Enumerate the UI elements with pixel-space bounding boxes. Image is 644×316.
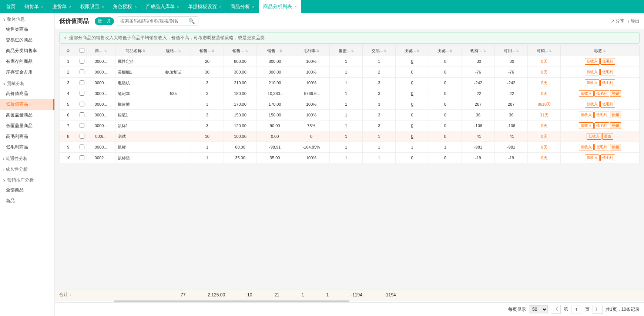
sidebar-item-low-coverage[interactable]: 低覆盖量商品 [0, 120, 54, 131]
sidebar-item-high-coverage[interactable]: 高覆盖量商品 [0, 110, 54, 120]
row-checkbox-cell[interactable] [77, 99, 87, 110]
close-icon[interactable]: × [41, 4, 43, 9]
per-page-select[interactable]: 50 100 200 [529, 305, 548, 313]
row-checkbox-cell[interactable] [77, 110, 87, 120]
col-gear[interactable]: ⚙ [60, 45, 77, 56]
col-tags[interactable]: 标签⇅ [561, 45, 640, 56]
close-icon[interactable]: × [69, 4, 71, 9]
row-view1[interactable]: 0 [396, 67, 429, 78]
row-view1[interactable]: 0 [396, 110, 429, 120]
close-icon[interactable]: × [294, 4, 296, 9]
row-checkbox[interactable] [80, 59, 84, 64]
nav-role-auth[interactable]: 角色授权 × [108, 0, 141, 13]
row-view1[interactable]: 0 [396, 120, 429, 131]
row-checkbox-cell[interactable] [77, 131, 87, 142]
sidebar-item-traded-products[interactable]: 交易过的商品 [0, 35, 54, 45]
row-view1[interactable]: 1 [396, 142, 429, 153]
sidebar-group-marketing-title[interactable]: ∨ 营销推广分析 [0, 174, 54, 185]
row-checkbox[interactable] [80, 155, 84, 160]
row-checkbox[interactable] [80, 123, 84, 128]
row-checkbox-cell[interactable] [77, 67, 87, 78]
col-available[interactable]: 可用...⇅ [495, 45, 528, 56]
col-saleable[interactable]: 可销...⇅ [528, 45, 561, 56]
close-icon[interactable]: × [177, 4, 179, 9]
view1-link[interactable]: 0 [411, 113, 413, 117]
sidebar-item-stocked-products[interactable]: 有库存的商品 [0, 56, 54, 67]
col-transaction[interactable]: 交易...⇅ [363, 45, 396, 56]
select-all-checkbox[interactable] [80, 48, 84, 53]
row-view1[interactable]: 0 [396, 153, 429, 163]
row-checkbox[interactable] [80, 80, 84, 85]
col-current[interactable]: 现有...⇅ [462, 45, 494, 56]
nav-product-analysis[interactable]: 商品分析 × [226, 0, 259, 13]
sidebar-item-high-value[interactable]: 高价值商品 [0, 88, 54, 99]
sidebar-item-low-value[interactable]: 低价值商品 [0, 99, 54, 110]
row-view1[interactable]: 0 [396, 99, 429, 110]
view1-link[interactable]: 0 [411, 156, 413, 160]
row-checkbox[interactable] [80, 91, 84, 96]
row-checkbox-cell[interactable] [77, 56, 87, 67]
view1-link[interactable]: 0 [411, 70, 413, 74]
col-sale-amount[interactable]: 销售...⇅ [224, 45, 256, 56]
col-name[interactable]: 商品名称⇅ [115, 45, 156, 56]
nav-home[interactable]: 首页 [1, 0, 20, 13]
col-view1[interactable]: 浏览...⇅ [396, 45, 429, 56]
search-input[interactable] [120, 18, 187, 24]
search-icon[interactable]: 🔍 [188, 18, 195, 24]
row-checkbox[interactable] [80, 145, 84, 149]
row-checkbox[interactable] [80, 69, 84, 74]
col-sale-profit[interactable]: 销售...⇅ [257, 45, 293, 56]
close-icon[interactable]: × [219, 4, 221, 9]
nav-production[interactable]: 产成品入库单 × [141, 0, 184, 13]
nav-permission[interactable]: 权限设置 × [76, 0, 108, 13]
view1-link[interactable]: 0 [411, 102, 413, 106]
nav-template[interactable]: 单据模板设置 × [184, 0, 226, 13]
sidebar-item-sales-products[interactable]: 销售类商品 [0, 24, 54, 35]
sidebar-group-overview-title[interactable]: ∨ 整体信息 [0, 13, 54, 24]
col-spec[interactable]: 规格...⇅ [156, 45, 191, 56]
col-coverage[interactable]: 覆盖...⇅ [330, 45, 363, 56]
period-tag[interactable]: 近一月 [95, 17, 114, 25]
row-view1[interactable]: 0 [396, 78, 429, 88]
col-view2[interactable]: 浏览...⇅ [429, 45, 462, 56]
nav-product-analysis-list[interactable]: 商品分析列表 × [259, 0, 301, 13]
view1-link[interactable]: 0 [411, 91, 413, 96]
sidebar-item-high-margin[interactable]: 高毛利商品 [0, 131, 54, 142]
share-button[interactable]: ↗ 分享 [611, 18, 624, 24]
nav-sales-order[interactable]: 销货单 × [20, 0, 48, 13]
view1-link[interactable]: 0 [411, 59, 413, 64]
row-checkbox[interactable] [80, 112, 84, 117]
search-box[interactable]: 🔍 [117, 16, 198, 26]
view1-link[interactable]: 0 [411, 123, 413, 128]
export-button[interactable]: ↓ 导出 [627, 18, 640, 24]
view1-link[interactable]: 1 [411, 145, 413, 149]
col-margin[interactable]: 毛利率⇅ [293, 45, 330, 56]
last-page-button[interactable]: 》 [593, 305, 603, 314]
row-checkbox-cell[interactable] [77, 153, 87, 163]
close-icon[interactable]: × [134, 4, 137, 9]
row-checkbox[interactable] [80, 102, 84, 106]
sidebar-item-category-rate[interactable]: 商品分类销售率 [0, 45, 54, 56]
sidebar-item-new-products[interactable]: 新品 [0, 196, 54, 206]
sidebar-group-contribution-title[interactable]: ∨ 贡献分析 [0, 78, 54, 88]
row-checkbox-cell[interactable] [77, 142, 87, 153]
row-checkbox-cell[interactable] [77, 120, 87, 131]
sidebar-group-growth-title[interactable]: › 成长性分析 [0, 163, 54, 174]
row-view1[interactable]: 0 [396, 56, 429, 67]
col-code[interactable]: 商... ⇅ [87, 45, 115, 56]
first-page-button[interactable]: 《 [551, 305, 561, 314]
close-icon[interactable]: × [252, 4, 254, 9]
page-number-input[interactable] [571, 306, 582, 313]
sidebar-item-low-margin[interactable]: 低毛利商品 [0, 142, 54, 153]
sidebar-item-all-products[interactable]: 全部商品 [0, 185, 54, 196]
row-checkbox-cell[interactable] [77, 88, 87, 99]
sidebar-item-stock-capital[interactable]: 库存资金占用 [0, 67, 54, 78]
sidebar-group-flow-title[interactable]: › 流通性分析 [0, 153, 54, 163]
nav-purchase-order[interactable]: 进货单 × [48, 0, 76, 13]
row-checkbox-cell[interactable] [77, 78, 87, 88]
col-sale-qty[interactable]: 销售...⇅ [191, 45, 224, 56]
view1-link[interactable]: 0 [411, 134, 413, 139]
close-icon[interactable]: × [102, 4, 104, 9]
view1-link[interactable]: 0 [411, 81, 413, 85]
row-view1[interactable]: 0 [396, 131, 429, 142]
